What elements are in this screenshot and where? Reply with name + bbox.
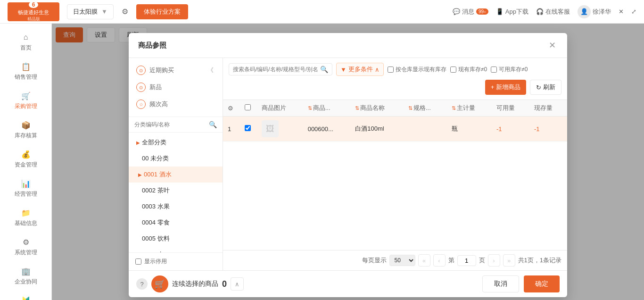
nav-gear-icon[interactable]: ⚙ <box>117 4 132 19</box>
quick-tabs: ⊙ 近期购买 《 ⊙ 新品 ☆ 频次高 <box>129 58 223 117</box>
close-icon: ✕ <box>619 8 624 15</box>
filter-btn[interactable]: ▼ 更多条件 ∧ <box>336 63 384 76</box>
message-item[interactable]: 💬 消息 99+ <box>453 8 488 16</box>
main-layout: ⌂ 首页 📋 销售管理 🛒 采购管理 📦 库存核算 💰 资金管理 📊 经营管理 … <box>0 24 644 300</box>
row-checkbox[interactable] <box>240 117 257 142</box>
product-search-box: 🔍 <box>229 63 332 75</box>
col-settings[interactable]: ⚙ <box>223 100 240 117</box>
sidebar-item-home[interactable]: ⌂ 首页 <box>0 27 51 57</box>
confirm-btn[interactable]: 确定 <box>524 275 560 292</box>
col-code[interactable]: ⇅商品... <box>303 100 351 117</box>
checkbox-warehouse-label: 按仓库显示现有库存 <box>396 66 446 74</box>
col-name[interactable]: ⇅商品名称 <box>350 100 404 117</box>
row-image: 🖼 <box>257 117 303 142</box>
collapse-left-btn[interactable]: 《 <box>206 66 215 75</box>
cart-count: 0 <box>222 279 227 289</box>
category-0001[interactable]: ▶ 0001 酒水 <box>129 167 223 183</box>
checkbox-stock-input[interactable] <box>450 67 456 73</box>
toolbar-right: + 新增商品 ↻ 刷新 <box>485 80 561 95</box>
col-spec[interactable]: ⇅规格... <box>404 100 447 117</box>
checkbox-warehouse[interactable]: 按仓库显示现有库存 <box>388 66 446 74</box>
category-all[interactable]: ▶ 全部分类 <box>129 134 223 150</box>
checkbox-available-nonzero[interactable]: 可用库存≠0 <box>491 66 528 74</box>
product-search-input[interactable] <box>233 66 320 73</box>
checkbox-stock-nonzero[interactable]: 现有库存≠0 <box>450 66 487 74</box>
page-prev-btn[interactable]: ‹ <box>433 254 446 267</box>
table-row[interactable]: 1 🖼 000600... 白酒100ml 瓶 <box>223 117 567 142</box>
cart-icon-btn[interactable]: 🛒 <box>151 275 168 292</box>
show-disabled-checkbox[interactable] <box>135 258 141 265</box>
page-first-btn[interactable]: « <box>418 254 430 267</box>
sort-name-icon: ⇅ <box>355 105 359 111</box>
row-name: 白酒100ml <box>350 117 404 142</box>
category-0003-label: 0003 水果 <box>142 202 170 211</box>
page-next-btn[interactable]: › <box>488 254 500 267</box>
online-service-item[interactable]: 🎧 在线客服 <box>536 8 570 16</box>
category-0004[interactable]: 0004 零食 <box>129 215 223 231</box>
logo-icon: 6 <box>29 1 38 8</box>
store-selector-arrow: ▼ <box>101 8 107 15</box>
enterprise-icon: 🏢 <box>21 266 31 276</box>
product-search-icon[interactable]: 🔍 <box>320 66 328 73</box>
category-0003[interactable]: 0003 水果 <box>129 199 223 215</box>
refresh-btn[interactable]: ↻ 刷新 <box>530 80 561 95</box>
checkbox-available-input[interactable] <box>491 67 497 73</box>
filter-icon: ▼ <box>340 66 347 73</box>
app-download-item[interactable]: 📱 App下载 <box>496 8 528 16</box>
page-input[interactable] <box>457 255 476 266</box>
footer-collapse-btn[interactable]: ∧ <box>231 277 244 291</box>
sidebar-item-purchase[interactable]: 🛒 采购管理 <box>0 86 51 115</box>
tab-recent[interactable]: ⊙ 近期购买 《 <box>129 62 223 79</box>
sidebar-item-inventory[interactable]: 📦 库存核算 <box>0 115 51 144</box>
store-selector[interactable]: 日太阳膜 ▼ <box>67 4 114 19</box>
category-0002[interactable]: 0002 茶叶 <box>129 183 223 199</box>
sidebar-item-guide[interactable]: 🔰 新手引导 <box>0 291 51 300</box>
table-header-row: ⚙ 商品图片 ⇅商品... ⇅商品名称 ⇅规格... ⇅主计量 可用量 现存量 <box>223 100 567 117</box>
show-disabled-label[interactable]: 显示停用 <box>144 258 167 266</box>
message-badge: 99+ <box>476 8 488 15</box>
page-size-select[interactable]: 50 100 200 <box>389 255 415 266</box>
help-icon-btn[interactable]: ? <box>136 278 148 290</box>
user-item[interactable]: 👤 徐泽华 <box>578 5 611 18</box>
page-size-label: 每页显示 <box>362 256 387 265</box>
sidebar-item-enterprise[interactable]: 🏢 企业协同 <box>0 261 51 291</box>
pagination: 每页显示 50 100 200 « ‹ 第 页 › <box>223 250 567 270</box>
brand-sub: 精品版 <box>27 16 40 22</box>
category-search-icon[interactable]: 🔍 <box>209 121 217 128</box>
modal-close-btn[interactable]: ✕ <box>546 40 558 51</box>
brand-logo[interactable]: 6 畅捷通好生意 精品版 <box>8 2 59 21</box>
sidebar-item-operations[interactable]: 📊 经营管理 <box>0 174 51 203</box>
category-00[interactable]: 00 未分类 <box>129 150 223 167</box>
cancel-btn[interactable]: 取消 <box>482 275 519 292</box>
close-window-btn[interactable]: ✕ <box>619 8 624 15</box>
inventory-icon: 📦 <box>21 120 31 130</box>
col-checkbox <box>240 100 257 117</box>
expand-window-btn[interactable]: ⤢ <box>631 8 636 15</box>
sort-spec-icon: ⇅ <box>408 105 413 111</box>
category-0008[interactable]: 0008 水 <box>129 247 223 252</box>
checkbox-warehouse-input[interactable] <box>388 67 394 73</box>
sidebar-item-system[interactable]: ⚙ 系统管理 <box>0 232 51 261</box>
sort-code-icon: ⇅ <box>308 105 312 111</box>
tab-new[interactable]: ⊙ 新品 <box>129 79 223 96</box>
tab-recent-label: 近期购买 <box>149 66 174 75</box>
sales-icon: 📋 <box>21 61 31 72</box>
sidebar-item-sales[interactable]: 📋 销售管理 <box>0 57 51 86</box>
sidebar-label-inventory: 库存核算 <box>15 132 37 140</box>
show-disabled-area: 显示停用 <box>129 252 223 270</box>
category-0002-label: 0002 茶叶 <box>142 186 170 195</box>
add-product-btn[interactable]: + 新增商品 <box>485 80 526 95</box>
tab-frequent[interactable]: ☆ 频次高 <box>129 96 223 113</box>
sidebar-item-finance[interactable]: 💰 资金管理 <box>0 144 51 174</box>
page-last-btn[interactable]: » <box>503 254 515 267</box>
category-search-input[interactable] <box>134 121 209 128</box>
sidebar-item-basic[interactable]: 📁 基础信息 <box>0 203 51 232</box>
modal-title: 商品参照 <box>138 41 166 50</box>
page-label2: 页 <box>479 256 485 265</box>
page-label: 第 <box>448 256 454 265</box>
select-all-checkbox[interactable] <box>245 104 251 110</box>
experience-btn[interactable]: 体验行业方案 <box>136 4 188 19</box>
category-0005[interactable]: 0005 饮料 <box>129 231 223 247</box>
tab-frequent-label: 频次高 <box>149 100 168 108</box>
col-unit[interactable]: ⇅主计量 <box>447 100 492 117</box>
